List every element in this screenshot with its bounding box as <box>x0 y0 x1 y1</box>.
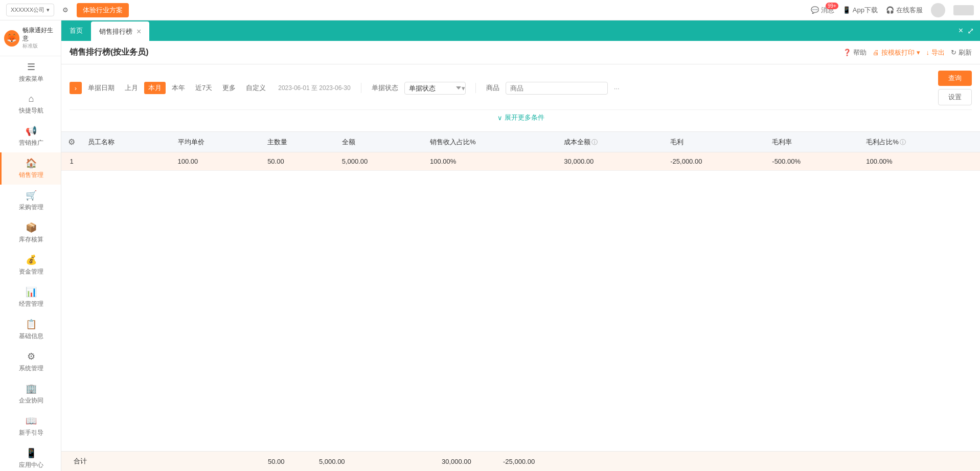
experience-button[interactable]: 体验行业方案 <box>77 3 129 17</box>
col-settings[interactable]: ⚙ <box>61 132 82 152</box>
system-icon: ⚙ <box>27 351 35 362</box>
col-cost: 成本全额ⓘ <box>558 132 664 152</box>
sales-icon: 🏠 <box>26 158 37 169</box>
tab-bar: 首页 销售排行榜 × × ⤢ <box>61 20 980 41</box>
filter-row-main: › 单据日期 上月 本月 本年 近7天 更多 自定义 2023-06-01 至 … <box>70 71 972 105</box>
data-table: ⚙ 员工名称 平均单价 主数量 全额 销售收入占比% 成本全额ⓘ 毛利 毛利率 <box>61 132 980 171</box>
print-icon: 🖨 <box>873 49 879 56</box>
settings-icon[interactable]: ⚙ <box>58 3 73 17</box>
sidebar-item-purchase[interactable]: 🛒 采购管理 <box>0 185 61 217</box>
cost-help-icon[interactable]: ⓘ <box>591 139 598 146</box>
message-button[interactable]: 💬 消息 99+ <box>811 6 834 15</box>
app-download-button[interactable]: 📱 App下载 <box>842 6 878 15</box>
cell-sales-pct: 100.00% <box>424 152 558 171</box>
date-tab-more[interactable]: 更多 <box>218 82 240 94</box>
table-header-row: ⚙ 员工名称 平均单价 主数量 全额 销售收入占比% 成本全额ⓘ 毛利 毛利率 <box>61 132 980 152</box>
sidebar-label-marketing: 营销推广 <box>19 139 43 147</box>
col-sales-pct: 销售收入占比% <box>424 132 558 152</box>
col-gross-rate: 毛利率 <box>766 132 860 152</box>
guide-icon: 📖 <box>26 415 37 427</box>
date-tab-7days[interactable]: 近7天 <box>191 82 216 94</box>
refresh-button[interactable]: ↻ 刷新 <box>951 48 972 57</box>
sidebar-item-search[interactable]: ☰ 搜索菜单 <box>0 56 61 88</box>
sidebar-item-operations[interactable]: 📊 经营管理 <box>0 281 61 313</box>
sidebar-item-basic[interactable]: 📋 基础信息 <box>0 313 61 346</box>
status-filter-label: 单据状态 <box>372 83 398 93</box>
tab-close-icon[interactable]: × <box>136 27 141 36</box>
filter-collapse-btn[interactable]: › <box>70 82 82 94</box>
column-settings-icon[interactable]: ⚙ <box>68 138 75 146</box>
export-icon: ↓ <box>926 49 930 56</box>
cell-name <box>82 152 172 171</box>
tab-maximize-icon[interactable]: ⤢ <box>967 26 974 36</box>
inventory-icon: 📦 <box>26 222 37 233</box>
operations-icon: 📊 <box>26 286 37 298</box>
online-service-button[interactable]: 🎧 在线客服 <box>886 6 923 15</box>
logo-tag: 标准版 <box>22 42 57 50</box>
date-filter: 上月 本月 本年 近7天 更多 自定义 <box>121 82 270 94</box>
appstore-icon: 📱 <box>26 447 37 459</box>
settings-button[interactable]: 设置 <box>938 89 972 105</box>
page-content: 销售排行榜(按业务员) ❓ 帮助 🖨 按模板打印 ▾ ↓ 导出 <box>61 41 980 471</box>
app-label: App下载 <box>853 6 878 15</box>
finance-icon: 💰 <box>26 254 37 265</box>
goods-input[interactable] <box>506 82 608 95</box>
sidebar-item-sales[interactable]: 🏠 销售管理 <box>0 152 61 185</box>
tab-sales-ranking[interactable]: 销售排行榜 × <box>91 21 149 42</box>
help-button[interactable]: ❓ 帮助 <box>843 48 867 57</box>
expand-more-button[interactable]: ∨ 展开更多条件 <box>497 113 544 122</box>
sidebar-item-enterprise[interactable]: 🏢 企业协同 <box>0 378 61 410</box>
footer-amount-val: 5,000.00 <box>313 458 374 465</box>
gross-pct-help-icon[interactable]: ⓘ <box>900 139 906 146</box>
expand-more-label: 展开更多条件 <box>505 113 544 122</box>
date-tab-last-month[interactable]: 上月 <box>121 82 142 94</box>
service-label: 在线客服 <box>896 6 923 15</box>
goods-filter-label: 商品 <box>486 83 499 93</box>
table-row: 1 100.00 50.00 5,000.00 100.00% 30,000.0… <box>61 152 980 171</box>
sidebar-label-appstore: 应用中心 <box>19 461 43 469</box>
tab-home[interactable]: 首页 <box>61 20 91 41</box>
sidebar-item-quick-nav[interactable]: ⌂ 快捷导航 <box>0 88 61 120</box>
col-gross-pct: 毛利占比%ⓘ <box>860 132 980 152</box>
avatar[interactable] <box>931 3 945 17</box>
company-selector[interactable]: XXXXXX公司 ▾ <box>6 4 54 16</box>
table-head: ⚙ 员工名称 平均单价 主数量 全额 销售收入占比% 成本全额ⓘ 毛利 毛利率 <box>61 132 980 152</box>
more-filter-icon[interactable]: ··· <box>614 84 620 92</box>
sidebar-label-inventory: 库存核算 <box>19 235 43 244</box>
sidebar-label-finance: 资金管理 <box>19 267 43 276</box>
sidebar-item-appstore[interactable]: 📱 应用中心 <box>0 442 61 471</box>
sidebar-item-guide[interactable]: 📖 新手引导 <box>0 410 61 442</box>
page-header: 销售排行榜(按业务员) ❓ 帮助 🖨 按模板打印 ▾ ↓ 导出 <box>61 41 980 64</box>
filter-divider-2 <box>475 83 476 93</box>
status-select[interactable]: 单据状态 <box>404 82 466 95</box>
table-body: 1 100.00 50.00 5,000.00 100.00% 30,000.0… <box>61 152 980 171</box>
footer-qty-val: 50.00 <box>262 458 313 465</box>
date-tab-this-year[interactable]: 本年 <box>168 82 189 94</box>
sidebar-label-enterprise: 企业协同 <box>19 396 43 405</box>
sidebar-item-marketing[interactable]: 📢 营销推广 <box>0 120 61 152</box>
refresh-icon: ↻ <box>951 49 956 56</box>
query-button[interactable]: 查询 <box>938 71 972 86</box>
page-title: 销售排行榜(按业务员) <box>70 47 149 58</box>
app-icon: 📱 <box>842 6 851 14</box>
sidebar-item-finance[interactable]: 💰 资金管理 <box>0 249 61 281</box>
export-button[interactable]: ↓ 导出 <box>926 48 945 57</box>
sidebar-item-system[interactable]: ⚙ 系统管理 <box>0 346 61 378</box>
expand-chevron-icon: ∨ <box>497 114 503 122</box>
sidebar-label-purchase: 采购管理 <box>19 203 43 212</box>
tab-right-actions: × ⤢ <box>959 26 980 36</box>
message-icon: 💬 <box>811 6 819 14</box>
header-actions: ❓ 帮助 🖨 按模板打印 ▾ ↓ 导出 ↻ 刷新 <box>843 48 972 57</box>
headset-icon: 🎧 <box>886 6 894 14</box>
logo-text: 畅康通好生意 <box>22 27 57 42</box>
date-tab-this-month[interactable]: 本月 <box>144 82 166 94</box>
help-label: 帮助 <box>853 48 867 57</box>
tab-minimize-icon[interactable]: × <box>959 26 963 35</box>
sidebar-item-inventory[interactable]: 📦 库存核算 <box>0 217 61 249</box>
print-chevron: ▾ <box>917 49 920 56</box>
footer-gross-val: -25,000.00 <box>497 458 541 465</box>
date-tab-custom[interactable]: 自定义 <box>242 82 270 94</box>
print-button[interactable]: 🖨 按模板打印 ▾ <box>873 48 920 57</box>
sidebar-label-quick-nav: 快捷导航 <box>19 106 43 115</box>
cell-gross-rate: -500.00% <box>766 152 860 171</box>
